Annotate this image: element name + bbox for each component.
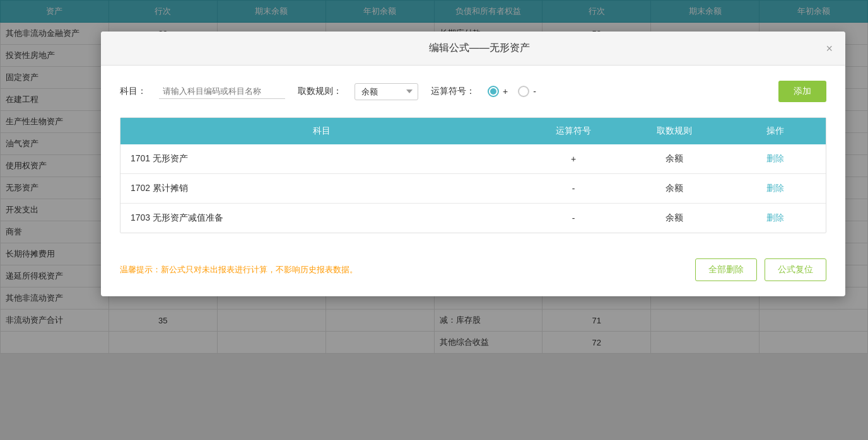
formula-operator-2: - xyxy=(523,204,624,233)
delete-all-button[interactable]: 全部删除 xyxy=(695,258,757,281)
formula-rule-1: 余额 xyxy=(624,174,725,204)
subject-label: 科目： xyxy=(120,86,146,97)
modal-close-button[interactable]: × xyxy=(826,43,833,54)
radio-minus-circle xyxy=(518,86,529,97)
formula-table: 科目 运算符号 取数规则 操作 1701 无形资产+余额删除1702 累计摊销-… xyxy=(120,118,826,233)
formula-operator-1: - xyxy=(523,174,624,204)
footer-buttons: 全部删除 公式复位 xyxy=(695,258,826,281)
formula-subject-1: 1702 累计摊销 xyxy=(120,174,523,204)
table-header-rule: 取数规则 xyxy=(624,118,725,144)
table-row: 1701 无形资产+余额删除 xyxy=(120,144,826,174)
form-row: 科目： 取数规则： 余额 借方 贷方 借方发生额 贷方发生额 运算符号： + - xyxy=(120,81,826,102)
modal-footer: 温馨提示：新公式只对未出报表进行计算，不影响历史报表数据。 全部删除 公式复位 xyxy=(101,248,845,296)
formula-action-2: 删除 xyxy=(725,204,826,233)
radio-plus-circle xyxy=(488,86,499,97)
formula-action-1: 删除 xyxy=(725,174,826,204)
add-button[interactable]: 添加 xyxy=(778,81,826,102)
modal-body: 科目： 取数规则： 余额 借方 贷方 借方发生额 贷方发生额 运算符号： + - xyxy=(101,66,845,248)
rule-label: 取数规则： xyxy=(298,86,342,97)
modal-title: 编辑公式——无形资产 xyxy=(132,42,826,55)
operator-minus-option[interactable]: - xyxy=(518,86,536,97)
rule-select[interactable]: 余额 借方 贷方 借方发生额 贷方发生额 xyxy=(355,83,418,100)
formula-rule-2: 余额 xyxy=(624,204,725,233)
table-header-action: 操作 xyxy=(725,118,826,144)
delete-row-2-button[interactable]: 删除 xyxy=(766,212,784,224)
tip-text: 温馨提示：新公式只对未出报表进行计算，不影响历史报表数据。 xyxy=(120,264,358,275)
formula-subject-2: 1703 无形资产减值准备 xyxy=(120,204,523,233)
operator-plus-option[interactable]: + xyxy=(488,86,508,97)
formula-subject-0: 1701 无形资产 xyxy=(120,144,523,174)
operator-plus-label: + xyxy=(503,86,508,96)
modal-header: 编辑公式——无形资产 × xyxy=(101,32,845,66)
operator-label: 运算符号： xyxy=(431,86,475,97)
formula-operator-0: + xyxy=(523,144,624,174)
formula-action-0: 删除 xyxy=(725,144,826,174)
formula-rule-0: 余额 xyxy=(624,144,725,174)
edit-formula-modal: 编辑公式——无形资产 × 科目： 取数规则： 余额 借方 贷方 借方发生额 贷方… xyxy=(101,32,845,296)
formula-table-wrapper: 科目 运算符号 取数规则 操作 1701 无形资产+余额删除1702 累计摊销-… xyxy=(120,117,826,233)
delete-row-1-button[interactable]: 删除 xyxy=(766,183,784,194)
table-header-operator: 运算符号 xyxy=(523,118,624,144)
table-header-subject: 科目 xyxy=(120,118,523,144)
table-row: 1702 累计摊销-余额删除 xyxy=(120,174,826,204)
reset-formula-button[interactable]: 公式复位 xyxy=(765,258,826,281)
operator-minus-label: - xyxy=(533,86,536,96)
table-row: 1703 无形资产减值准备-余额删除 xyxy=(120,204,826,233)
subject-input[interactable] xyxy=(159,84,285,99)
delete-row-0-button[interactable]: 删除 xyxy=(766,153,784,165)
operator-radio-group: + - xyxy=(488,86,536,97)
